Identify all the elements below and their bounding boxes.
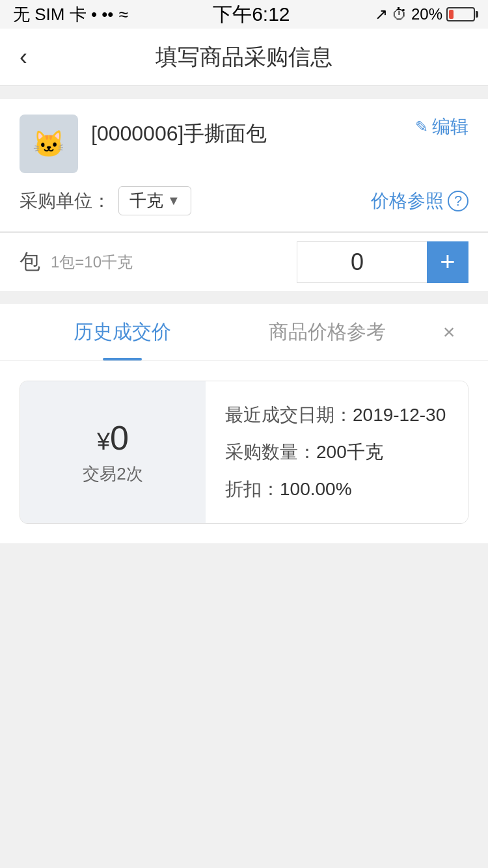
quantity-label: 包 1包=10千克	[20, 248, 133, 277]
purchase-unit: 采购单位： 千克 ▼	[20, 186, 191, 215]
product-meta: 采购单位： 千克 ▼ 价格参照 ?	[20, 186, 468, 215]
quantity-input-area: +	[297, 241, 468, 283]
quantity-section: 包 1包=10千克 +	[0, 232, 488, 291]
battery-icon	[446, 7, 475, 21]
tab-history-label: 历史成交价	[74, 319, 171, 346]
recent-date-row: 最近成交日期：2019-12-30	[225, 402, 448, 427]
recent-date-label: 最近成交日期：	[225, 405, 353, 425]
nav-bar: ‹ 填写商品采购信息	[0, 29, 488, 86]
trade-count: 交易2次	[83, 463, 142, 485]
tab-active-indicator	[103, 358, 142, 360]
unit-value: 千克	[129, 189, 163, 212]
tabs-section: 历史成交价 商品价格参考 × ¥0 交易2次 最近成交日期：2019-12-30…	[0, 304, 488, 543]
help-icon: ?	[448, 191, 468, 211]
unit-arrow-icon: ▼	[167, 193, 180, 208]
tab-close-button[interactable]: ×	[429, 313, 468, 352]
purchase-unit-label: 采购单位：	[20, 189, 111, 213]
product-owl-icon: 🐱	[33, 129, 65, 159]
card-details-right: 最近成交日期：2019-12-30 采购数量：200千克 折扣：100.00%	[206, 381, 468, 523]
history-card: ¥0 交易2次 最近成交日期：2019-12-30 采购数量：200千克 折扣：…	[20, 381, 468, 524]
page-title: 填写商品采购信息	[156, 42, 332, 72]
tab-product-label: 商品价格参考	[269, 319, 386, 346]
product-header: 🐱 [0000006]手撕面包 ✎ 编辑	[20, 115, 468, 173]
purchase-qty-label: 采购数量：	[225, 442, 316, 462]
product-thumbnail: 🐱	[20, 115, 78, 173]
quantity-plus-button[interactable]: +	[427, 241, 468, 283]
recent-date-value: 2019-12-30	[353, 405, 446, 425]
edit-icon: ✎	[415, 118, 428, 136]
price-display: ¥0	[97, 418, 129, 457]
status-left: 无 SIM 卡 • •• ≈	[13, 3, 128, 26]
product-section: 🐱 [0000006]手撕面包 ✎ 编辑 采购单位： 千克 ▼ 价格参照 ?	[0, 99, 488, 231]
battery-pct: 20%	[411, 5, 442, 23]
wifi-icon: ≈	[118, 5, 128, 25]
tabs-header: 历史成交价 商品价格参考 ×	[0, 304, 488, 361]
status-right: ↗ ⏱ 20%	[375, 5, 475, 23]
price-ref-button[interactable]: 价格参照 ?	[371, 189, 468, 213]
price-ref-label: 价格参照	[371, 189, 444, 213]
price-value: 0	[110, 419, 129, 457]
unit-char: 包	[20, 248, 40, 277]
unit-select[interactable]: 千克 ▼	[118, 186, 191, 215]
tab-history-price[interactable]: 历史成交价	[20, 304, 224, 360]
bottom-area	[0, 543, 488, 868]
purchase-qty-value: 200千克	[316, 442, 383, 462]
edit-button[interactable]: ✎ 编辑	[415, 115, 468, 139]
back-button[interactable]: ‹	[20, 44, 27, 71]
location-icon: ↗	[375, 5, 388, 23]
product-left: 🐱 [0000006]手撕面包	[20, 115, 267, 173]
discount-label: 折扣：	[225, 479, 280, 499]
card-price-left: ¥0 交易2次	[20, 381, 206, 523]
discount-row: 折扣：100.00%	[225, 476, 448, 502]
unit-conversion: 1包=10千克	[51, 252, 133, 273]
alarm-icon: ⏱	[392, 5, 407, 23]
quantity-input[interactable]	[297, 241, 427, 283]
edit-label: 编辑	[432, 115, 468, 139]
status-time: 下午6:12	[213, 1, 290, 28]
tab-product-price-ref[interactable]: 商品价格参考	[224, 304, 429, 360]
sim-signal-text: 无 SIM 卡 • ••	[13, 3, 113, 26]
purchase-qty-row: 采购数量：200千克	[225, 439, 448, 465]
product-name: [0000006]手撕面包	[91, 120, 267, 148]
history-content: ¥0 交易2次 最近成交日期：2019-12-30 采购数量：200千克 折扣：…	[0, 361, 488, 543]
discount-value: 100.00%	[280, 479, 352, 499]
yen-symbol: ¥	[97, 428, 110, 455]
status-bar: 无 SIM 卡 • •• ≈ 下午6:12 ↗ ⏱ 20%	[0, 0, 488, 29]
